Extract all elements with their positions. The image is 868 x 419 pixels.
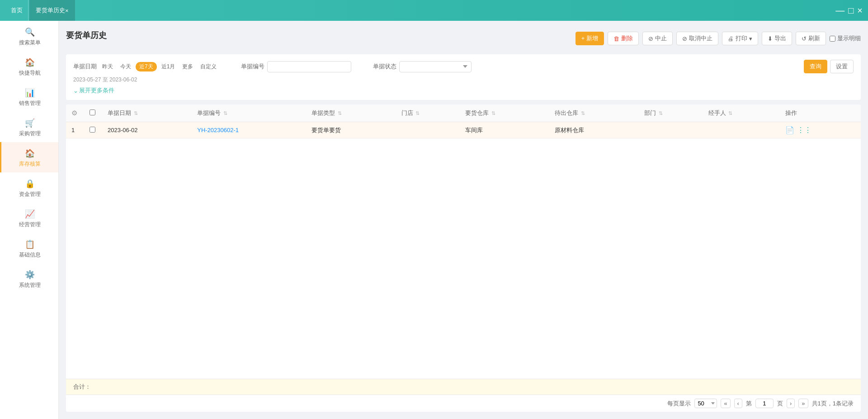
th-gear[interactable]: ⚙: [66, 105, 84, 122]
filter-action-buttons: 查询 设置: [804, 60, 854, 73]
prev-page-button[interactable]: ‹: [734, 399, 742, 408]
th-handler[interactable]: 经手人 ⇅: [703, 105, 780, 122]
date-shortcuts: 昨天 今天 近7天 近1月 更多 自定义: [99, 62, 219, 71]
settings-button[interactable]: 设置: [830, 60, 854, 73]
th-date[interactable]: 单据日期 ⇅: [102, 105, 192, 122]
date-btn-more[interactable]: 更多: [179, 62, 196, 71]
date-btn-today[interactable]: 今天: [118, 62, 134, 71]
th-pending-warehouse[interactable]: 待出仓库 ⇅: [549, 105, 639, 122]
show-detail-label: 显示明细: [837, 34, 861, 43]
page-number-input[interactable]: [755, 399, 774, 408]
sort-store-icon: ⇅: [415, 110, 420, 116]
td-row-actions: 📄 ⋮⋮: [780, 122, 861, 138]
doc-number-link[interactable]: YH-20230602-1: [197, 127, 239, 133]
delete-button[interactable]: 🗑 删除: [608, 32, 639, 45]
sidebar-item-sales[interactable]: 📊 销售管理: [0, 81, 58, 112]
sort-reqwh-icon: ⇅: [491, 110, 495, 116]
delete-icon: 🗑: [613, 35, 619, 42]
sidebar-item-quick-nav[interactable]: 🏠 快捷导航: [0, 51, 58, 81]
sales-icon: 📊: [25, 88, 35, 98]
date-btn-yesterday[interactable]: 昨天: [99, 62, 116, 71]
row-more-icon[interactable]: ⋮⋮: [797, 126, 811, 134]
refresh-button[interactable]: ↺ 刷新: [796, 32, 826, 45]
page-header: 要货单历史 + 新增 🗑 删除 ⊘ 中止 ⊘ 取消中止: [66, 28, 861, 49]
select-all-checkbox[interactable]: [90, 110, 95, 115]
action-bar: + 新增 🗑 删除 ⊘ 中止 ⊘ 取消中止: [576, 28, 861, 49]
doc-number-input[interactable]: [267, 61, 351, 72]
stop-icon: ⊘: [648, 35, 653, 42]
go-page-label: 第: [746, 400, 752, 408]
th-req-warehouse[interactable]: 要货仓库 ⇅: [460, 105, 549, 122]
sidebar-item-basic-info[interactable]: 📋 基础信息: [0, 233, 58, 263]
new-button[interactable]: + 新增: [576, 32, 604, 45]
gear-icon[interactable]: ⚙: [71, 109, 77, 117]
table-wrapper: ⚙ 单据日期 ⇅ 单据编号 ⇅ 单据类型 ⇅ 门店 ⇅ 要货仓库: [66, 105, 861, 379]
stop-button[interactable]: ⊘ 中止: [642, 32, 673, 45]
sort-date-icon: ⇅: [134, 110, 138, 116]
sidebar: 🔍 搜索菜单 🏠 快捷导航 📊 销售管理 🛒 采购管理 🏠 库存核算 🔒: [0, 21, 59, 419]
th-doc-number[interactable]: 单据编号 ⇅: [192, 105, 306, 122]
pagination: 每页显示 50 100 200 « ‹ 第 页 › » 共1页，1条记: [66, 395, 861, 412]
row-checkbox[interactable]: [90, 127, 95, 133]
refresh-icon: ↺: [802, 35, 807, 42]
page-size-select[interactable]: 50 100 200: [694, 399, 717, 408]
print-label: 打印: [736, 34, 747, 43]
doc-number-filter: 单据编号: [241, 61, 351, 72]
export-button[interactable]: ⬇ 导出: [762, 32, 792, 45]
sort-pendwh-icon: ⇅: [581, 110, 585, 116]
sidebar-item-finance[interactable]: 🔒 资金管理: [0, 172, 58, 203]
show-detail-checkbox[interactable]: [830, 36, 835, 42]
window-close-icon[interactable]: ×: [857, 5, 863, 16]
total-info: 共1页，1条记录: [812, 400, 854, 408]
sidebar-item-search-menu[interactable]: 🔍 搜索菜单: [0, 21, 58, 51]
th-store[interactable]: 门店 ⇅: [396, 105, 460, 122]
td-doc-number: YH-20230602-1: [192, 122, 306, 138]
table-header-row: ⚙ 单据日期 ⇅ 单据编号 ⇅ 单据类型 ⇅ 门店 ⇅ 要货仓库: [66, 105, 861, 122]
next-page-button[interactable]: ›: [787, 399, 795, 408]
date-btn-1month[interactable]: 近1月: [159, 62, 178, 71]
cancel-stop-label: 取消中止: [689, 34, 712, 43]
total-label: 合计：: [73, 383, 91, 390]
sidebar-item-label-basic: 基础信息: [19, 251, 41, 259]
first-page-button[interactable]: «: [721, 399, 730, 408]
expand-more[interactable]: ⌄ 展开更多条件: [73, 86, 854, 95]
stop-label: 中止: [655, 34, 667, 43]
tab-close-icon[interactable]: ×: [65, 7, 69, 14]
row-actions: 📄 ⋮⋮: [785, 126, 855, 134]
filter-row-2: 2023-05-27 至 2023-06-02: [73, 76, 854, 84]
th-department[interactable]: 部门 ⇅: [639, 105, 703, 122]
print-button[interactable]: 🖨 打印 ▾: [722, 32, 758, 45]
window-maximize-icon[interactable]: □: [848, 5, 854, 16]
cancel-stop-button[interactable]: ⊘ 取消中止: [676, 32, 718, 45]
table-row: 1 2023-06-02 YH-20230602-1 要货单要货: [66, 122, 861, 138]
inventory-icon: 🏠: [25, 148, 35, 158]
date-btn-custom[interactable]: 自定义: [198, 62, 219, 71]
sidebar-item-system[interactable]: ⚙️ 系统管理: [0, 263, 58, 294]
td-doc-type: 要货单要货: [306, 122, 396, 138]
sidebar-item-operations[interactable]: 📈 经营管理: [0, 203, 58, 233]
td-store: [396, 122, 460, 138]
page-title: 要货单历史: [66, 30, 107, 41]
date-btn-7days[interactable]: 近7天: [136, 62, 157, 71]
expand-label: 展开更多条件: [79, 86, 114, 95]
status-select[interactable]: 待审核 已审核 已中止: [399, 61, 472, 72]
table-footer: 合计：: [66, 379, 861, 395]
td-handler: [703, 122, 780, 138]
purchase-icon: 🛒: [25, 118, 35, 128]
content-area: 要货单历史 + 新增 🗑 删除 ⊘ 中止 ⊘ 取消中止: [59, 21, 868, 419]
data-table: ⚙ 单据日期 ⇅ 单据编号 ⇅ 单据类型 ⇅ 门店 ⇅ 要货仓库: [66, 105, 861, 138]
sidebar-item-inventory[interactable]: 🏠 库存核算: [0, 142, 58, 172]
sidebar-item-purchase[interactable]: 🛒 采购管理: [0, 112, 58, 142]
row-edit-icon[interactable]: 📄: [785, 126, 794, 134]
page-size-label: 每页显示: [667, 400, 691, 408]
th-doc-type[interactable]: 单据类型 ⇅: [306, 105, 396, 122]
status-label: 单据状态: [373, 62, 396, 71]
tab-active[interactable]: 要货单历史 ×: [29, 0, 75, 21]
tab-home[interactable]: 首页: [5, 0, 28, 21]
last-page-button[interactable]: »: [798, 399, 808, 408]
query-button[interactable]: 查询: [804, 60, 827, 73]
date-label: 单据日期: [73, 62, 97, 71]
show-detail-checkbox-label[interactable]: 显示明细: [830, 34, 861, 43]
sort-handler-icon: ⇅: [728, 110, 732, 116]
window-minimize-icon[interactable]: —: [835, 5, 844, 16]
